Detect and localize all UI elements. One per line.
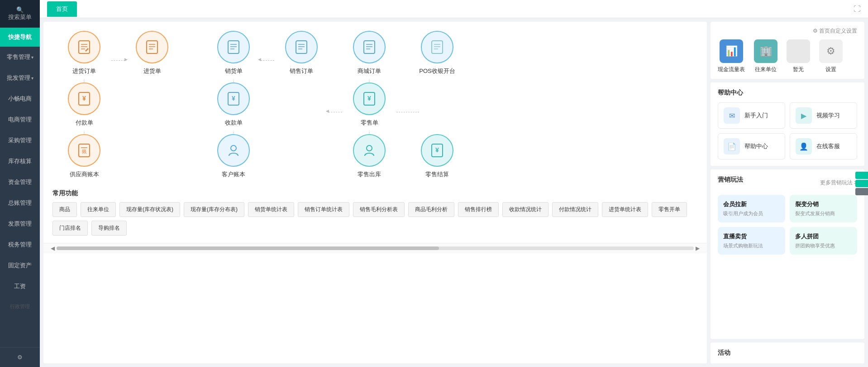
service-label: 在线客服 — [816, 142, 840, 150]
sidebar-item-finance[interactable]: 资金管理 — [0, 172, 40, 193]
customize-link[interactable]: ⚙ 首页自定义设置 — [813, 27, 857, 35]
sidebar-item-label: 税务管理 — [8, 241, 32, 249]
mkt-live[interactable]: 直播卖货 场景式购物新玩法 — [718, 227, 785, 255]
mkt-fission-title: 裂变分销 — [795, 200, 852, 208]
scroll-area: ◀ ▶ — [43, 243, 707, 253]
right-panel: ⚙ 首页自定义设置 📊 现金流量表 🏢 往来单位 暂无 — [711, 22, 864, 363]
func-btn-retail-order[interactable]: 零售开单 — [652, 202, 687, 217]
svg-text:账: 账 — [82, 149, 87, 154]
video-icon: ▶ — [796, 107, 812, 124]
help-center-title: 帮助中心 — [718, 89, 857, 97]
flow-node-purchase-order[interactable]: 进货订单 — [57, 31, 111, 75]
help-item-help[interactable]: 📄 帮助中心 — [718, 133, 785, 159]
func-btn-purchase-stat[interactable]: 进货单统计表 — [602, 202, 648, 217]
svg-rect-0 — [79, 41, 90, 53]
func-btn-stock-dist[interactable]: 现存量(库存分布表) — [184, 202, 244, 217]
mall-order-label: 商城订单 — [358, 67, 381, 75]
sidebar-item-retail[interactable]: 零售管理 ▾ — [0, 47, 40, 68]
mkt-member[interactable]: 会员拉新 吸引用户成为会员 — [718, 195, 785, 222]
func-btn-payment-stat[interactable]: 付款情况统计 — [552, 202, 598, 217]
help-item-beginner[interactable]: ✉ 新手入门 — [718, 102, 785, 129]
flow-node-supplier-account[interactable]: 账 供应商账本 — [57, 134, 111, 179]
func-btn-sales-order-stat[interactable]: 销售订单统计表 — [298, 202, 349, 217]
mkt-group[interactable]: 多人拼团 拼团购物享受优惠 — [790, 227, 857, 255]
flow-node-customer-account[interactable]: 客户账本 — [206, 134, 261, 179]
func-btn-goods-margin[interactable]: 商品毛利分析 — [408, 202, 454, 217]
expand-button[interactable]: ⛶ — [854, 5, 861, 13]
sidebar-item-ecommerce-small[interactable]: 小畅电商 — [0, 88, 40, 109]
scroll-bar[interactable] — [57, 246, 694, 250]
sidebar-item-ecommerce[interactable]: 电商管理 — [0, 109, 40, 130]
func-btn-goods[interactable]: 商品 — [52, 202, 77, 217]
func-btn-sales-margin[interactable]: 销售毛利分析表 — [353, 202, 405, 217]
func-btn-stock-status[interactable]: 现存量(库存状况表) — [119, 202, 180, 217]
tab-home[interactable]: 首页 — [47, 1, 77, 17]
help-item-video[interactable]: ▶ 视频学习 — [790, 102, 857, 129]
quick-icon-none[interactable]: 暂无 — [787, 39, 810, 73]
flow-node-pos[interactable]: POS收银开台 — [410, 31, 464, 75]
marketing-header: 营销玩法 更多营销玩法 > — [718, 176, 857, 189]
mkt-live-title: 直播卖货 — [723, 232, 780, 241]
sidebar-item-label: 资金管理 — [8, 178, 32, 186]
float-desktop[interactable]: 桌面快捷 — [855, 188, 868, 195]
help-icon: 📄 — [724, 138, 740, 155]
svg-text:¥: ¥ — [232, 95, 235, 102]
float-community[interactable]: 服务社区 — [855, 180, 868, 187]
help-item-service[interactable]: 👤 在线客服 — [790, 133, 857, 159]
quick-icon-settings[interactable]: ⚙ 设置 — [819, 39, 843, 73]
sidebar-item-wholesale[interactable]: 批发管理 ▾ — [0, 68, 40, 88]
settings-icon-box: ⚙ — [819, 39, 843, 63]
flow-node-receipt[interactable]: ¥ 收款单 — [206, 82, 261, 127]
sidebar-item-tax[interactable]: 税务管理 — [0, 234, 40, 255]
purchase-bill-label: 进货单 — [143, 67, 161, 75]
sidebar: 🔍 搜索菜单 快捷导航 零售管理 ▾ 批发管理 ▾ 小畅电商 电商管理 采购管理… — [0, 0, 40, 367]
marketing-panel: 营销玩法 更多营销玩法 > 会员拉新 吸引用户成为会员 裂变分销 裂变式发展分销… — [711, 169, 864, 339]
sidebar-item-purchase[interactable]: 采购管理 — [0, 130, 40, 151]
marketing-more-link[interactable]: 更多营销玩法 > — [820, 179, 857, 187]
sidebar-item-inventory[interactable]: 库存核算 — [0, 151, 40, 172]
flow-node-payment[interactable]: ¥ 付款单 — [57, 82, 111, 127]
quick-icon-counterpart[interactable]: 🏢 往来单位 — [754, 39, 777, 73]
flow-node-retail-settlement[interactable]: ¥ 零售结算 — [410, 134, 464, 179]
func-btn-guide-rank[interactable]: 导购排名 — [91, 221, 127, 236]
sidebar-item-salary[interactable]: 工资 — [0, 276, 40, 297]
func-btn-store-rank[interactable]: 门店排名 — [52, 221, 88, 236]
func-btn-sales-stat[interactable]: 销货单统计表 — [248, 202, 294, 217]
svg-text:¥: ¥ — [82, 95, 86, 102]
sales-order-label: 销售订单 — [290, 67, 313, 75]
flow-node-sales-order[interactable]: 销售订单 — [274, 31, 329, 75]
sidebar-item-invoice[interactable]: 发票管理 — [0, 213, 40, 234]
purchase-bill-icon — [136, 31, 168, 63]
scroll-right-btn[interactable]: ▶ — [696, 245, 700, 251]
func-btn-receipt-stat[interactable]: 收款情况统计 — [502, 202, 548, 217]
flow-node-sales-bill[interactable]: 销货单 — [206, 31, 261, 75]
flow-node-mall-order[interactable]: 商城订单 — [342, 31, 396, 75]
scroll-left-btn[interactable]: ◀ — [51, 245, 55, 251]
retail-bill-label: 零售单 — [361, 119, 378, 127]
svg-rect-8 — [228, 41, 239, 53]
settings-button[interactable]: ⚙ — [0, 347, 40, 367]
quick-icon-cash-flow[interactable]: 📊 现金流量表 — [718, 39, 745, 73]
svg-rect-4 — [147, 41, 157, 53]
mkt-live-sub: 场景式购物新玩法 — [723, 242, 780, 249]
sidebar-item-ledger[interactable]: 总账管理 — [0, 193, 40, 213]
func-btn-sales-rank[interactable]: 销售排行榜 — [458, 202, 499, 217]
sidebar-item-more[interactable]: 行政管理 — [0, 297, 40, 316]
flow-node-retail-outstock[interactable]: 零售出库 — [342, 134, 396, 179]
supplier-account-icon: 账 — [68, 134, 100, 167]
float-customer-service[interactable]: 客服热线 — [855, 172, 868, 179]
sidebar-item-assets[interactable]: 固定资产 — [0, 255, 40, 276]
payment-icon: ¥ — [68, 82, 100, 115]
payment-label: 付款单 — [76, 119, 93, 127]
search-label[interactable]: 搜索菜单 — [4, 13, 36, 21]
help-grid: ✉ 新手入门 ▶ 视频学习 📄 帮助中心 👤 在线客服 — [718, 102, 857, 159]
svg-rect-16 — [364, 41, 375, 53]
func-btn-counterpart[interactable]: 往来单位 — [81, 202, 116, 217]
flow-node-retail-bill[interactable]: ¥ 零售单 — [342, 82, 396, 127]
none-icon-box — [787, 39, 810, 63]
sidebar-search[interactable]: 🔍 搜索菜单 — [0, 0, 40, 28]
flow-node-purchase-bill[interactable]: 进货单 — [125, 31, 179, 75]
sidebar-item-label: 发票管理 — [8, 220, 32, 228]
sidebar-item-label: 批发管理 — [7, 74, 30, 82]
mkt-fission[interactable]: 裂变分销 裂变式发展分销商 — [790, 195, 857, 222]
